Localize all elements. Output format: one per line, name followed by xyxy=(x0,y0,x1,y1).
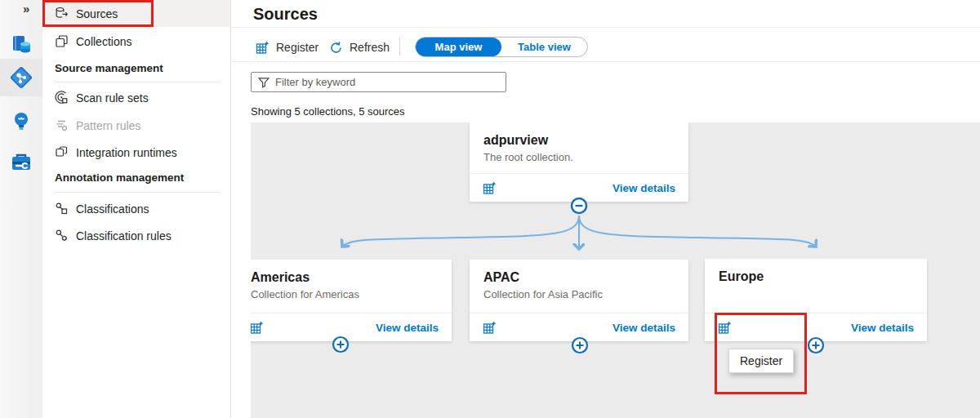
refresh-button[interactable]: Refresh xyxy=(329,38,390,57)
integration-runtimes-icon xyxy=(55,145,69,159)
view-details-link[interactable]: View details xyxy=(851,322,914,334)
classification-rules-icon xyxy=(55,229,69,242)
collection-name: APAC xyxy=(483,270,675,285)
keyword-filter xyxy=(251,72,506,92)
sidebar-item-label: Pattern rules xyxy=(76,119,140,132)
expand-node-button-europe[interactable] xyxy=(807,336,825,354)
collection-description: Collection for Americas xyxy=(251,288,438,300)
view-details-link[interactable]: View details xyxy=(612,182,675,194)
sidebar-item-collections[interactable]: Collections xyxy=(42,28,230,55)
collapse-rail-button[interactable]: » xyxy=(23,2,28,16)
collection-card-apac: APAC Collection for Asia Pacific View de… xyxy=(470,260,688,341)
divider xyxy=(231,61,980,62)
collapse-node-button[interactable] xyxy=(570,197,588,215)
results-count: Showing 5 collections, 5 sources xyxy=(251,105,405,118)
app-rail: » xyxy=(0,0,42,418)
table-view-toggle[interactable]: Table view xyxy=(501,38,587,56)
sidebar-divider xyxy=(55,192,220,193)
sidebar-section-source-management: Source management xyxy=(55,62,163,74)
card-footer: View details xyxy=(251,313,452,341)
sidebar-divider xyxy=(55,82,220,82)
page-title: Sources xyxy=(253,5,318,24)
sidebar-item-label: Collections xyxy=(76,35,131,48)
main-content: Sources Register Refresh Map view Table … xyxy=(231,0,980,418)
data-map-icon xyxy=(9,65,33,90)
nav-insights[interactable] xyxy=(0,103,42,140)
sidebar-section-annotation-management: Annotation management xyxy=(55,171,184,184)
pattern-rules-icon xyxy=(55,118,69,132)
register-label: Register xyxy=(276,41,318,54)
collections-icon xyxy=(55,34,69,48)
collection-map-canvas: adpurview The root collection. View deta… xyxy=(251,122,980,418)
refresh-icon xyxy=(329,41,343,55)
divider xyxy=(231,27,980,28)
classifications-icon xyxy=(55,202,69,216)
sidebar-item-classification-rules[interactable]: Classification rules xyxy=(42,222,230,249)
view-details-link[interactable]: View details xyxy=(376,322,439,334)
register-button[interactable]: Register xyxy=(256,38,318,57)
nav-management[interactable] xyxy=(0,144,42,181)
expand-node-button-apac[interactable] xyxy=(571,336,589,354)
collection-description: The root collection. xyxy=(483,151,675,163)
collection-name: Europe xyxy=(719,269,913,284)
sidebar-item-label: Integration runtimes xyxy=(76,146,177,159)
refresh-label: Refresh xyxy=(350,41,390,54)
collection-card-root: adpurview The root collection. View deta… xyxy=(470,122,688,202)
sidebar-item-label: Scan rule sets xyxy=(76,91,149,104)
collection-description: Collection for Asia Pacific xyxy=(483,288,675,300)
map-view-toggle[interactable]: Map view xyxy=(416,38,501,56)
sidebar-item-label: Classifications xyxy=(76,202,149,216)
collection-card-americas: Americas Collection for Americas View de… xyxy=(251,260,452,341)
sidebar-item-label: Classification rules xyxy=(76,229,172,242)
expand-node-button-americas[interactable] xyxy=(332,336,350,354)
view-toggle: Map view Table view xyxy=(415,37,588,57)
filter-input[interactable] xyxy=(275,76,499,88)
scan-rule-sets-icon xyxy=(55,91,69,104)
toolbar-separator xyxy=(399,38,400,56)
register-source-icon[interactable] xyxy=(251,321,264,335)
sidebar: Sources Collections Source management Sc… xyxy=(42,0,231,418)
nav-data-map[interactable] xyxy=(0,59,42,96)
register-tooltip[interactable]: Register xyxy=(728,349,794,373)
sidebar-item-scan-rule-sets[interactable]: Scan rule sets xyxy=(42,84,230,111)
sidebar-item-sources[interactable]: Sources xyxy=(42,0,230,27)
sidebar-item-integration-runtimes[interactable]: Integration runtimes xyxy=(42,139,230,166)
sidebar-item-label: Sources xyxy=(76,7,118,20)
management-toolbox-icon xyxy=(10,151,33,174)
sidebar-item-classifications[interactable]: Classifications xyxy=(42,195,230,222)
sources-icon xyxy=(55,7,69,20)
collection-name: adpurview xyxy=(483,133,675,148)
view-details-link[interactable]: View details xyxy=(612,322,675,334)
sidebar-item-pattern-rules[interactable]: Pattern rules xyxy=(42,112,230,139)
register-source-icon[interactable] xyxy=(483,321,497,335)
register-source-icon[interactable] xyxy=(718,321,732,335)
register-icon xyxy=(256,41,270,55)
register-source-icon[interactable] xyxy=(483,181,497,195)
data-catalog-icon xyxy=(10,33,33,56)
insights-icon xyxy=(11,111,32,132)
filter-funnel-icon xyxy=(258,77,270,88)
collection-name: Americas xyxy=(251,270,438,285)
collection-card-europe: Europe View details xyxy=(705,259,927,341)
